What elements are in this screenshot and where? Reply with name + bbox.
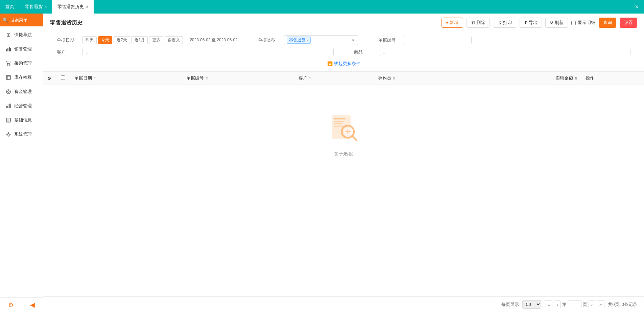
sidebar-item-sys-mgmt-label: 系统管理 — [14, 131, 32, 137]
total-info: 共0页, 0条记录 — [608, 302, 637, 308]
type-tag-text: 零售退货 — [289, 37, 305, 43]
th-action: 操作 — [581, 72, 644, 85]
page-size-select[interactable]: 10 20 50 100 — [522, 300, 541, 309]
svg-rect-2 — [9, 47, 10, 51]
display-detail-label[interactable]: 显示明细 — [578, 20, 595, 26]
svg-rect-10 — [9, 104, 10, 108]
th-doc-no[interactable]: 单据编号 ⇅ — [182, 72, 294, 85]
filter-row-date: 单据日期 昨天 今天 近7天 近1月 更多 自定义 2023-06-02 至 2… — [57, 35, 630, 45]
page-prev-btn[interactable]: ‹ — [554, 300, 560, 308]
print-button[interactable]: 🖨 打印 — [493, 18, 516, 28]
th-customer[interactable]: 客户 ⇅ — [294, 72, 374, 85]
table-body: 暂无数据 — [43, 85, 644, 185]
table-header-row: ⚙ 单据日期 ⇅ 单据编号 ⇅ — [43, 72, 644, 85]
th-doc-date-label: 单据日期 — [74, 75, 92, 81]
sidebar-search[interactable]: 🔍 搜索菜单 — [0, 14, 43, 26]
sidebar-item-sales-mgmt[interactable]: 销售管理 — [0, 42, 43, 56]
date-btn-today[interactable]: 今天 — [98, 36, 112, 44]
main-layout: 🔍 搜索菜单 ⊞ 快捷导航 销售管理 采购管理 — [0, 14, 644, 312]
page-next-btn[interactable]: › — [589, 300, 595, 308]
ops-icon — [5, 103, 11, 109]
svg-rect-1 — [7, 48, 8, 51]
date-range-text: 2023-06-02 至 2023-06-02 — [190, 37, 237, 43]
type-filter-select[interactable]: 零售退货 × ▼ — [284, 35, 358, 45]
sidebar-item-quick-nav[interactable]: ⊞ 快捷导航 — [0, 28, 43, 42]
th-checkbox[interactable] — [57, 72, 70, 85]
date-filter-label: 单据日期 — [57, 37, 76, 43]
collapse-label: 收起更多条件 — [334, 61, 360, 67]
table-head: ⚙ 单据日期 ⇅ 单据编号 ⇅ — [43, 72, 644, 85]
date-btn-custom[interactable]: 自定义 — [165, 36, 183, 44]
settings-icon[interactable]: ⚙ — [8, 301, 14, 309]
date-btn-more[interactable]: 更多 — [149, 36, 163, 44]
collapse-sidebar-icon[interactable]: ◀ — [30, 301, 35, 309]
close-retail-return-history-icon[interactable]: × — [86, 5, 88, 9]
collapse-filter-btn[interactable]: 🔼 收起更多条件 — [57, 59, 630, 68]
doc-no-filter-label: 单据编号 — [378, 37, 397, 43]
svg-rect-3 — [10, 48, 11, 51]
sidebar-item-ops-mgmt-label: 经营管理 — [14, 103, 32, 109]
customer-input[interactable]: … — [82, 48, 334, 56]
th-doc-date[interactable]: 单据日期 ⇅ — [70, 72, 182, 85]
search-label: 搜索菜单 — [10, 17, 28, 23]
filter-row-customer: 客户 … 商品 … — [57, 48, 630, 56]
filter-area: 单据日期 昨天 今天 近7天 近1月 更多 自定义 2023-06-02 至 2… — [50, 32, 637, 71]
sidebar-item-sales-mgmt-label: 销售管理 — [14, 46, 32, 52]
actual-amount-sort-icon: ⇅ — [575, 76, 577, 80]
page-header: 零售退货历史 + 新增 🗑 删除 🖨 打印 ⬆ 导出 ↺ 刷新 显示明细 查询 … — [43, 14, 644, 72]
tab-retail-return-history-label: 零售退货历史 — [57, 4, 84, 10]
type-tag-close[interactable]: × — [306, 38, 308, 42]
query-button[interactable]: 查询 — [599, 18, 616, 28]
th-actual-amount[interactable]: 实销金额 ⇅ — [470, 72, 581, 85]
customer-filter-label: 客户 — [57, 49, 76, 55]
inventory-icon — [5, 74, 11, 81]
doc-no-sort-icon: ⇅ — [206, 76, 209, 80]
table-settings-icon[interactable]: ⚙ — [47, 76, 51, 81]
new-button[interactable]: + 新增 — [442, 18, 463, 28]
svg-rect-6 — [6, 75, 10, 80]
svg-point-12 — [8, 134, 9, 135]
guide-sort-icon: ⇅ — [393, 76, 396, 80]
doc-no-input[interactable] — [404, 36, 472, 44]
doc-date-sort-icon: ⇅ — [94, 76, 97, 80]
sidebar-item-inventory-calc[interactable]: 库存核算 — [0, 70, 43, 85]
page-last-btn[interactable]: » — [597, 300, 604, 308]
window-close-btn[interactable]: × — [635, 3, 644, 10]
select-all-checkbox[interactable] — [61, 75, 65, 80]
close-retail-return-icon[interactable]: × — [45, 5, 47, 9]
purchase-icon — [5, 60, 11, 66]
svg-line-20 — [352, 136, 356, 140]
tab-retail-return[interactable]: 零售退货 × — [20, 0, 52, 14]
date-btn-7days[interactable]: 近7天 — [114, 36, 130, 44]
svg-rect-9 — [8, 105, 9, 108]
type-select-arrow: ▼ — [351, 38, 355, 42]
sidebar-item-sys-mgmt[interactable]: 系统管理 — [0, 127, 43, 141]
export-button[interactable]: ⬆ 导出 — [520, 18, 542, 28]
toolbar: + 新增 🗑 删除 🖨 打印 ⬆ 导出 ↺ 刷新 显示明细 查询 设置 — [442, 18, 637, 28]
delete-button[interactable]: 🗑 删除 — [467, 18, 490, 28]
svg-point-7 — [6, 90, 10, 94]
th-action-label: 操作 — [586, 75, 594, 81]
settings-button[interactable]: 设置 — [620, 18, 637, 28]
tab-retail-return-history[interactable]: 零售退货历史 × — [52, 0, 93, 14]
sidebar-item-ops-mgmt[interactable]: 经营管理 — [0, 99, 43, 113]
display-detail-checkbox[interactable] — [571, 21, 576, 25]
page-first-btn[interactable]: « — [545, 300, 552, 308]
sidebar-item-basic-info[interactable]: 基础信息 — [0, 113, 43, 127]
th-settings[interactable]: ⚙ — [43, 72, 57, 85]
sidebar-item-finance-mgmt[interactable]: 资金管理 — [0, 85, 43, 99]
date-btn-1month[interactable]: 近1月 — [132, 36, 148, 44]
sidebar-item-inventory-calc-label: 库存核算 — [14, 74, 32, 81]
page-number-input[interactable]: 1 — [568, 300, 581, 308]
tab-home[interactable]: 首页 — [0, 0, 20, 14]
date-btn-yesterday[interactable]: 昨天 — [82, 36, 97, 44]
goods-input[interactable]: … — [380, 48, 631, 56]
refresh-button[interactable]: ↺ 刷新 — [545, 18, 568, 28]
empty-state-row: 暂无数据 — [43, 85, 644, 185]
goods-filter-label: 商品 — [354, 49, 373, 55]
page-title: 零售退货历史 — [50, 19, 82, 26]
svg-rect-14 — [334, 118, 345, 119]
th-guide[interactable]: 导购员 ⇅ — [374, 72, 470, 85]
sidebar-item-basic-info-label: 基础信息 — [14, 117, 32, 123]
sidebar-item-purchase-mgmt[interactable]: 采购管理 — [0, 56, 43, 70]
